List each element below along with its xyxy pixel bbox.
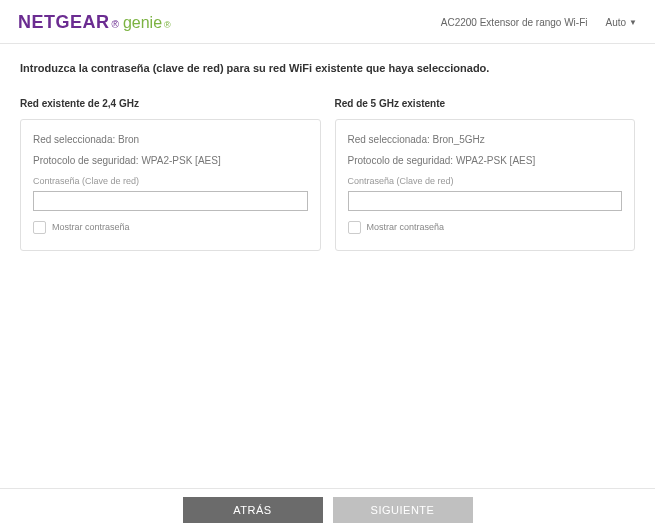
show-password-row-5ghz: Mostrar contraseña bbox=[348, 221, 623, 234]
logo-sub-reg-icon: ® bbox=[164, 20, 171, 30]
header-right: AC2200 Extensor de rango Wi-Fi Auto ▼ bbox=[441, 17, 637, 28]
next-button[interactable]: SIGUIENTE bbox=[333, 497, 473, 523]
column-title-5ghz: Red de 5 GHz existente bbox=[335, 98, 636, 109]
logo: NETGEAR® genie® bbox=[18, 12, 171, 33]
logo-sub: genie bbox=[123, 14, 162, 32]
instruction-text: Introduzca la contraseña (clave de red) … bbox=[20, 62, 635, 74]
show-password-row-24ghz: Mostrar contraseña bbox=[33, 221, 308, 234]
network-columns: Red existente de 2,4 GHz Red seleccionad… bbox=[20, 98, 635, 251]
back-button[interactable]: ATRÁS bbox=[183, 497, 323, 523]
column-title-24ghz: Red existente de 2,4 GHz bbox=[20, 98, 321, 109]
selected-network-5ghz: Red seleccionada: Bron_5GHz bbox=[348, 134, 623, 145]
show-password-checkbox-5ghz[interactable] bbox=[348, 221, 361, 234]
password-label-5ghz: Contraseña (Clave de red) bbox=[348, 176, 623, 186]
language-select[interactable]: Auto ▼ bbox=[606, 17, 638, 28]
panel-5ghz: Red seleccionada: Bron_5GHz Protocolo de… bbox=[335, 119, 636, 251]
security-protocol-24ghz: Protocolo de seguridad: WPA2-PSK [AES] bbox=[33, 155, 308, 166]
footer: ATRÁS SIGUIENTE bbox=[0, 488, 655, 529]
content: Introduzca la contraseña (clave de red) … bbox=[0, 44, 655, 251]
column-24ghz: Red existente de 2,4 GHz Red seleccionad… bbox=[20, 98, 321, 251]
language-label: Auto bbox=[606, 17, 627, 28]
caret-down-icon: ▼ bbox=[629, 18, 637, 27]
password-input-24ghz[interactable] bbox=[33, 191, 308, 211]
show-password-label-5ghz: Mostrar contraseña bbox=[367, 222, 445, 232]
header: NETGEAR® genie® AC2200 Extensor de rango… bbox=[0, 0, 655, 44]
column-5ghz: Red de 5 GHz existente Red seleccionada:… bbox=[335, 98, 636, 251]
product-name: AC2200 Extensor de rango Wi-Fi bbox=[441, 17, 588, 28]
logo-reg-icon: ® bbox=[112, 19, 119, 30]
password-label-24ghz: Contraseña (Clave de red) bbox=[33, 176, 308, 186]
password-input-5ghz[interactable] bbox=[348, 191, 623, 211]
selected-network-24ghz: Red seleccionada: Bron bbox=[33, 134, 308, 145]
show-password-label-24ghz: Mostrar contraseña bbox=[52, 222, 130, 232]
security-protocol-5ghz: Protocolo de seguridad: WPA2-PSK [AES] bbox=[348, 155, 623, 166]
show-password-checkbox-24ghz[interactable] bbox=[33, 221, 46, 234]
logo-brand: NETGEAR bbox=[18, 12, 110, 33]
panel-24ghz: Red seleccionada: Bron Protocolo de segu… bbox=[20, 119, 321, 251]
